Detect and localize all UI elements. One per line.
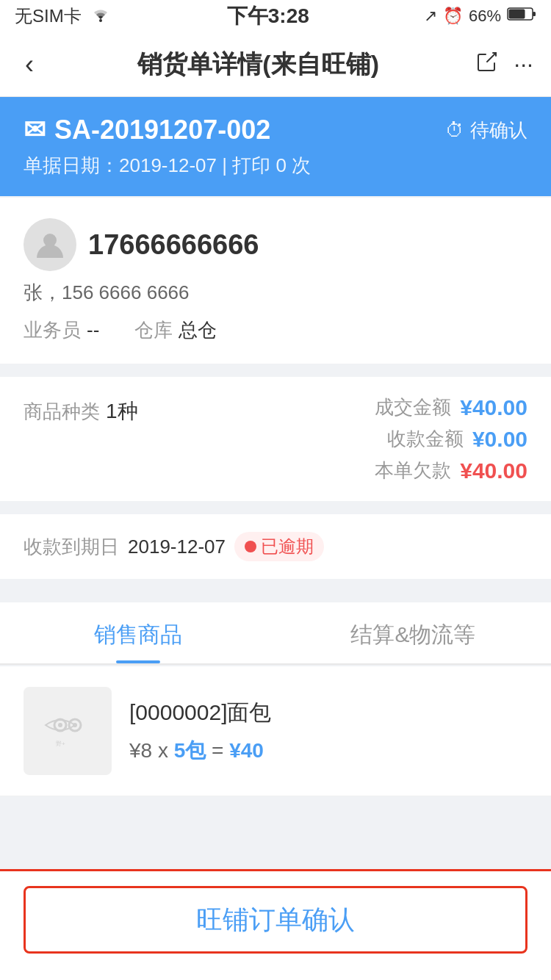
- nav-bar: ‹ 销货单详情(来自旺铺) ···: [0, 32, 551, 97]
- confirm-order-button[interactable]: 旺铺订单确认: [24, 886, 527, 954]
- status-time: 下午3:28: [227, 2, 309, 30]
- divider-2: [0, 501, 551, 513]
- product-price-row: ¥8 x 5包 = ¥40: [129, 737, 527, 765]
- order-header: ✉ SA-20191207-002 ⏱ 待确认 单据日期：2019-12-07 …: [0, 97, 551, 196]
- tabs-bar: 销售商品 结算&物流等: [0, 602, 551, 665]
- order-date: 单据日期：2019-12-07 | 打印 0 次: [24, 153, 527, 179]
- deal-label: 成交金额: [375, 394, 451, 420]
- product-info: [0000002]面包 ¥8 x 5包 = ¥40: [129, 698, 527, 765]
- due-date: 2019-12-07: [128, 536, 226, 558]
- salesperson-value: --: [87, 319, 99, 342]
- received-value: ¥0.00: [472, 427, 527, 452]
- status-clock-icon: ⏱: [445, 119, 464, 142]
- confirm-button-wrapper: 旺铺订单确认: [0, 869, 551, 980]
- summary-left: 商品种类 1种: [24, 394, 138, 425]
- customer-name: 张，156 6666 6666: [24, 280, 527, 306]
- kinds-label: 商品种类: [24, 399, 100, 425]
- due-label: 收款到期日: [24, 534, 119, 560]
- divider-1: [0, 364, 551, 375]
- overdue-badge: 已逾期: [234, 532, 324, 561]
- product-eq: =: [206, 739, 229, 762]
- kinds-value: 1种: [106, 397, 138, 425]
- status-bar: 无SIM卡 下午3:28 ↗ ⏰ 66%: [0, 0, 551, 32]
- more-icon[interactable]: ···: [514, 51, 533, 78]
- alarm-icon: ⏰: [443, 7, 463, 26]
- salesperson-item: 业务员 --: [24, 317, 99, 343]
- avatar: [24, 218, 76, 271]
- divider-3: [0, 579, 551, 591]
- svg-point-6: [58, 723, 62, 727]
- product-unit-price: ¥8 x: [129, 739, 174, 762]
- warehouse-value: 总仓: [179, 317, 217, 343]
- order-status: ⏱ 待确认: [445, 118, 527, 143]
- svg-point-8: [73, 723, 77, 727]
- back-button[interactable]: ‹: [18, 42, 41, 87]
- customer-card: 17666666666 张，156 6666 6666 业务员 -- 仓库 总仓: [0, 198, 551, 364]
- status-left: 无SIM卡: [15, 4, 112, 28]
- svg-point-0: [99, 19, 102, 22]
- overdue-dot-icon: [245, 541, 256, 552]
- due-card: 收款到期日 2019-12-07 已逾期: [0, 514, 551, 579]
- amount-received: 收款金额 ¥0.00: [387, 426, 527, 452]
- product-name: [0000002]面包: [129, 698, 527, 728]
- battery-label: 66%: [469, 7, 501, 26]
- svg-text:野+: 野+: [56, 741, 65, 747]
- order-icon: ✉: [24, 115, 46, 145]
- warehouse-label: 仓库: [134, 317, 173, 343]
- tab-settlement[interactable]: 结算&物流等: [276, 602, 551, 663]
- svg-rect-3: [508, 10, 525, 19]
- nav-actions: ···: [475, 50, 533, 79]
- share-icon[interactable]: [475, 50, 499, 79]
- amount-owed: 本单欠款 ¥40.00: [375, 458, 527, 483]
- svg-rect-2: [533, 12, 536, 16]
- summary-right: 成交金额 ¥40.00 收款金额 ¥0.00 本单欠款 ¥40.00: [375, 394, 527, 483]
- product-total: ¥40: [229, 739, 264, 762]
- overdue-text: 已逾期: [261, 535, 314, 558]
- tab-products[interactable]: 销售商品: [0, 602, 276, 663]
- product-thumbnail: 野+: [24, 687, 112, 775]
- order-id: ✉ SA-20191207-002: [24, 115, 270, 145]
- amount-deal: 成交金额 ¥40.00: [375, 394, 527, 420]
- product-qty: 5包: [174, 739, 206, 762]
- received-label: 收款金额: [387, 426, 464, 452]
- summary-card: 商品种类 1种 成交金额 ¥40.00 收款金额 ¥0.00 本单欠款 ¥40.…: [0, 377, 551, 501]
- location-icon: ↗: [424, 7, 437, 26]
- warehouse-item: 仓库 总仓: [134, 317, 217, 343]
- customer-meta: 业务员 -- 仓库 总仓: [24, 317, 527, 343]
- wifi-icon: [89, 6, 112, 26]
- battery-icon: [507, 6, 536, 26]
- owed-label: 本单欠款: [375, 458, 451, 483]
- customer-phone: 17666666666: [88, 229, 259, 261]
- salesperson-label: 业务员: [24, 317, 81, 343]
- page-title: 销货单详情(来自旺铺): [41, 48, 475, 82]
- product-item: 野+ [0000002]面包 ¥8 x 5包 = ¥40: [0, 666, 551, 796]
- carrier-label: 无SIM卡: [15, 4, 82, 28]
- product-list: 野+ [0000002]面包 ¥8 x 5包 = ¥40: [0, 666, 551, 796]
- owed-value: ¥40.00: [460, 458, 527, 483]
- status-right: ↗ ⏰ 66%: [424, 6, 536, 26]
- deal-value: ¥40.00: [460, 395, 527, 420]
